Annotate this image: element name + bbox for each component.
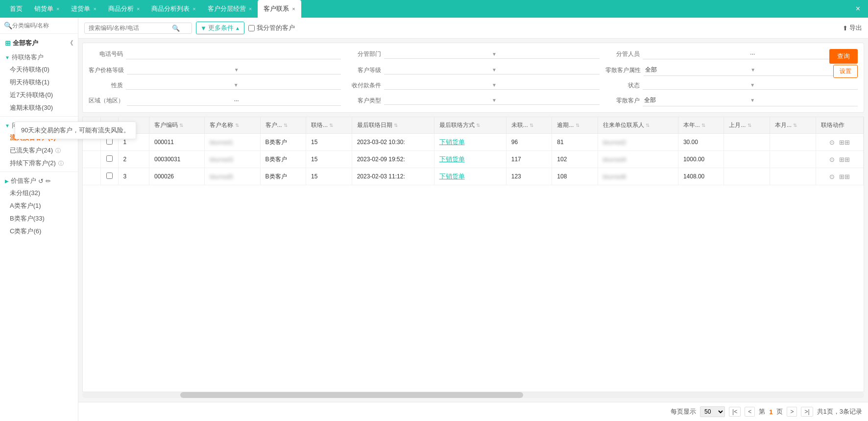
my-customers-checkbox[interactable] bbox=[248, 25, 255, 31]
col-not-contacted[interactable]: 未联... ⇅ bbox=[506, 117, 552, 134]
tab-home[interactable]: 首页 bbox=[4, 0, 28, 18]
price-grade-select[interactable]: ▼ bbox=[127, 66, 341, 74]
tab-customer-layered[interactable]: 客户分层经营 × bbox=[202, 0, 258, 18]
close-tab-product-list[interactable]: × bbox=[193, 6, 195, 12]
first-page-button[interactable]: |< bbox=[729, 407, 741, 417]
grade-select[interactable]: ▼ bbox=[384, 66, 599, 74]
tab-product-list[interactable]: 商品分析列表 × bbox=[145, 0, 201, 18]
row-checkbox-cell[interactable] bbox=[100, 151, 118, 168]
col-unit-contact[interactable]: 往来单位联系人 ⇅ bbox=[598, 117, 678, 134]
sidebar-search-input[interactable] bbox=[12, 22, 78, 29]
last-method-link[interactable]: 下销货单 bbox=[439, 138, 465, 146]
action-icon-2[interactable]: ⊞⊞ bbox=[839, 139, 850, 146]
action-icon-2[interactable]: ⊞⊞ bbox=[839, 156, 850, 163]
prev-page-button[interactable]: < bbox=[745, 407, 755, 417]
sidebar-item-today[interactable]: 今天待联络(0) bbox=[0, 63, 78, 76]
sidebar-item-tomorrow[interactable]: 明天待联络(1) bbox=[0, 76, 78, 89]
refresh-icon[interactable]: ↺ bbox=[38, 177, 44, 185]
row-last-date: 2023-02-03 11:12: bbox=[352, 168, 434, 185]
row-action[interactable]: ⊙ ⊞⊞ bbox=[816, 168, 863, 185]
tooltip-box: 90天未交易的客户，可能有流失风险。 bbox=[15, 122, 78, 139]
zero-attr-select[interactable]: 全部 ▼ bbox=[644, 64, 858, 76]
zero-customer-select[interactable]: 全部 ▼ bbox=[643, 95, 858, 106]
col-code[interactable]: 客户编码 ⇅ bbox=[149, 117, 204, 134]
row-last-method[interactable]: 下销货单 bbox=[434, 151, 506, 168]
row-last-method[interactable]: 下销货单 bbox=[434, 134, 506, 151]
sidebar-item-class-c[interactable]: C类客户(6) bbox=[0, 225, 78, 238]
search-icon[interactable]: 🔍 bbox=[172, 25, 180, 32]
col-type[interactable]: 客户... ⇅ bbox=[260, 117, 306, 134]
tab-purchase[interactable]: 进货单 × bbox=[65, 0, 102, 18]
search-box[interactable]: 🔍 bbox=[84, 23, 192, 34]
row-type: B类客户 bbox=[260, 168, 306, 185]
search-input[interactable] bbox=[89, 25, 172, 31]
payment-select[interactable]: ▼ bbox=[384, 81, 599, 90]
close-tab-customer-contact[interactable]: × bbox=[292, 6, 295, 12]
col-overdue[interactable]: 逾期... ⇅ bbox=[552, 117, 598, 134]
row-not-contacted: 96 bbox=[506, 134, 552, 151]
my-customers-checkbox-label[interactable]: 我分管的客户 bbox=[248, 24, 295, 32]
action-icon-1[interactable]: ⊙ bbox=[829, 139, 835, 146]
row-last-method[interactable]: 下销货单 bbox=[434, 168, 506, 185]
row-checkbox[interactable] bbox=[106, 173, 113, 179]
region-select[interactable]: ··· bbox=[127, 96, 341, 106]
scrollbar-thumb[interactable] bbox=[180, 392, 523, 398]
close-app-button[interactable]: × bbox=[852, 4, 864, 13]
col-name[interactable]: 客户名称 ⇅ bbox=[205, 117, 260, 134]
sidebar-item-churned[interactable]: 已流失客户(24) ⓘ bbox=[0, 144, 78, 157]
sidebar-all-customers[interactable]: ⊞ 全部客户 《 bbox=[0, 36, 78, 50]
action-icon-2[interactable]: ⊞⊞ bbox=[839, 173, 850, 180]
status-select[interactable]: ▼ bbox=[643, 81, 858, 90]
sidebar-item-7days[interactable]: 近7天待联络(0) bbox=[0, 89, 78, 101]
last-method-link[interactable]: 下销货单 bbox=[439, 173, 465, 180]
col-last-month[interactable]: 上月... ⇅ bbox=[724, 117, 770, 134]
close-tab-product-analysis[interactable]: × bbox=[137, 6, 140, 12]
payment-arrow-icon: ▼ bbox=[492, 82, 598, 88]
edit-icon[interactable]: ✏ bbox=[46, 177, 51, 185]
person-select[interactable]: ··· bbox=[643, 49, 858, 59]
dept-select[interactable]: ▼ bbox=[384, 50, 599, 59]
close-tab-customer-layered[interactable]: × bbox=[249, 6, 252, 12]
next-page-button[interactable]: > bbox=[787, 407, 797, 417]
horizontal-scrollbar[interactable] bbox=[82, 392, 864, 398]
sidebar: 🔍 ⊞ 全部客户 《 ▼ 待联络客户 今天待联络(0) 明天待联络(1) 近7天… bbox=[0, 18, 78, 421]
sidebar-item-overdue[interactable]: 逾期未联络(30) bbox=[0, 101, 78, 114]
col-this-month[interactable]: 本月... ⇅ bbox=[770, 117, 816, 134]
tab-product-analysis[interactable]: 商品分析 × bbox=[102, 0, 145, 18]
sidebar-item-class-a[interactable]: A类客户(1) bbox=[0, 199, 78, 212]
close-tab-purchase[interactable]: × bbox=[93, 6, 96, 12]
phone-input[interactable] bbox=[126, 49, 341, 59]
last-page-button[interactable]: >| bbox=[801, 407, 813, 417]
export-button[interactable]: ⬆ 导出 bbox=[843, 24, 862, 32]
last-method-link[interactable]: 下销货单 bbox=[439, 155, 465, 163]
nature-select[interactable]: ▼ bbox=[126, 81, 341, 90]
col-last-date[interactable]: 最后联络日期 ⇅ bbox=[352, 117, 434, 134]
export-icon: ⬆ bbox=[843, 25, 848, 32]
settings-button[interactable]: 设置 bbox=[833, 65, 858, 78]
col-last-method[interactable]: 最后联络方式 ⇅ bbox=[434, 117, 506, 134]
sidebar-search-box[interactable]: 🔍 bbox=[0, 18, 78, 34]
action-icon-1[interactable]: ⊙ bbox=[829, 156, 835, 163]
query-button[interactable]: 查询 bbox=[829, 49, 858, 64]
row-action[interactable]: ⊙ ⊞⊞ bbox=[816, 134, 863, 151]
per-page-select[interactable]: 50 20 100 bbox=[700, 406, 725, 417]
zero-customer-arrow-icon: ▼ bbox=[750, 98, 856, 103]
sidebar-group-value[interactable]: ▶ 价值客户 ↺ ✏ bbox=[0, 174, 78, 187]
col-this-year[interactable]: 本年... ⇅ bbox=[678, 117, 724, 134]
tab-sales[interactable]: 销货单 × bbox=[28, 0, 65, 18]
action-icon-1[interactable]: ⊙ bbox=[829, 173, 835, 180]
region-more-icon[interactable]: ··· bbox=[232, 97, 340, 104]
row-checkbox-cell[interactable] bbox=[100, 168, 118, 185]
sidebar-item-class-b[interactable]: B类客户(33) bbox=[0, 212, 78, 225]
row-checkbox[interactable] bbox=[106, 155, 113, 162]
tab-customer-contact[interactable]: 客户联系 × bbox=[258, 0, 301, 18]
more-conditions-button[interactable]: ▼ 更多条件 ▲ bbox=[196, 22, 244, 34]
customer-type-select[interactable]: ▼ bbox=[384, 96, 599, 105]
row-action[interactable]: ⊙ ⊞⊞ bbox=[816, 151, 863, 168]
row-overdue: 102 bbox=[552, 151, 598, 168]
sidebar-item-declining[interactable]: 持续下滑客户(2) ⓘ bbox=[0, 157, 78, 170]
sidebar-item-ungrouped[interactable]: 未分组(32) bbox=[0, 187, 78, 199]
sidebar-group-pending[interactable]: ▼ 待联络客户 bbox=[0, 50, 78, 63]
close-tab-sales[interactable]: × bbox=[56, 6, 59, 12]
col-contact[interactable]: 联络... ⇅ bbox=[306, 117, 352, 134]
